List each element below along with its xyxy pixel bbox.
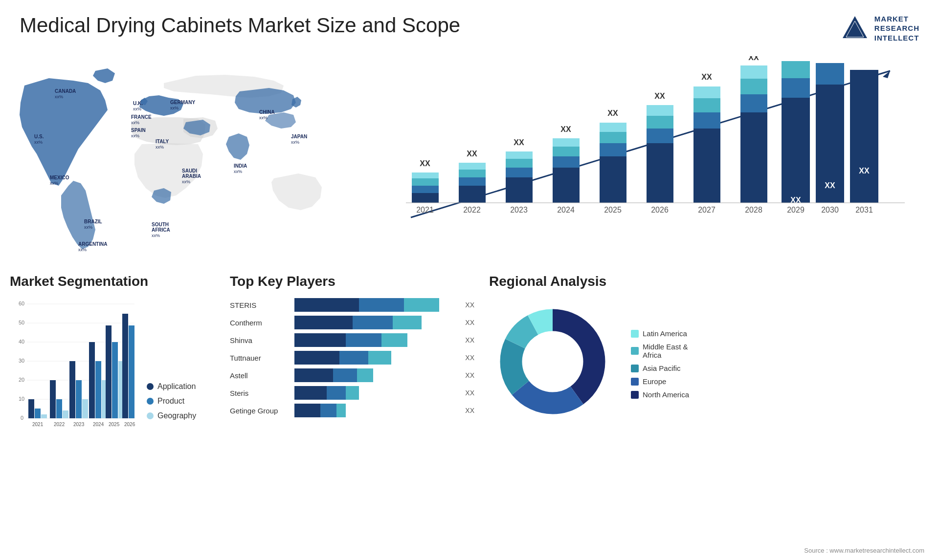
svg-text:60: 60 xyxy=(19,301,24,306)
svg-rect-121 xyxy=(95,361,101,418)
player-bar xyxy=(294,351,455,365)
svg-text:XX: XX xyxy=(467,150,477,158)
svg-rect-77 xyxy=(782,78,810,98)
svg-text:xx%: xx% xyxy=(34,140,43,145)
svg-text:XX: XX xyxy=(825,181,835,190)
legend-color-latin xyxy=(631,330,639,338)
svg-rect-127 xyxy=(129,325,134,418)
player-bar xyxy=(294,368,455,382)
regional-legend: Latin America Middle East &Africa Asia P… xyxy=(631,329,689,399)
svg-text:2022: 2022 xyxy=(54,422,65,427)
player-name: Astell xyxy=(230,371,289,380)
svg-rect-67 xyxy=(693,112,720,129)
svg-text:2026: 2026 xyxy=(124,422,135,427)
svg-rect-42 xyxy=(459,177,486,186)
legend-color-na xyxy=(631,391,639,399)
svg-rect-117 xyxy=(69,361,75,418)
page-title: Medical Drying Cabinets Market Size and … xyxy=(20,14,460,37)
svg-text:ARGENTINA: ARGENTINA xyxy=(78,241,107,247)
svg-text:2031: 2031 xyxy=(855,206,873,214)
svg-rect-57 xyxy=(600,143,626,156)
player-bar-seg2 xyxy=(353,316,393,329)
svg-rect-59 xyxy=(600,123,626,132)
player-bar xyxy=(294,298,455,312)
svg-text:BRAZIL: BRAZIL xyxy=(84,219,102,224)
svg-rect-54 xyxy=(553,138,580,147)
svg-text:XX: XX xyxy=(859,167,870,175)
svg-text:xx%: xx% xyxy=(131,120,139,125)
svg-rect-123 xyxy=(106,325,112,418)
svg-rect-126 xyxy=(122,314,128,418)
legend-middle-east: Middle East &Africa xyxy=(631,343,689,359)
svg-text:xx%: xx% xyxy=(259,115,268,120)
svg-rect-49 xyxy=(506,151,533,159)
svg-rect-71 xyxy=(740,112,767,203)
svg-rect-69 xyxy=(693,86,720,98)
market-segmentation: Market Segmentation 60 50 40 30 20 10 0 xyxy=(10,274,215,550)
svg-rect-48 xyxy=(506,159,533,168)
svg-rect-124 xyxy=(112,342,118,418)
world-map-section: CANADA xx% U.S. xx% MEXICO xx% BRAZIL xx… xyxy=(10,56,342,261)
svg-text:2029: 2029 xyxy=(787,206,805,214)
svg-rect-80 xyxy=(816,63,844,85)
svg-text:FRANCE: FRANCE xyxy=(131,114,152,120)
svg-rect-36 xyxy=(412,193,439,203)
svg-rect-111 xyxy=(28,399,34,418)
segmentation-legend: Application Product Geography xyxy=(147,382,196,435)
bar-chart-svg: XX XX XX XX XX XX XX xyxy=(352,56,929,247)
svg-rect-118 xyxy=(76,380,82,418)
svg-rect-62 xyxy=(647,129,673,143)
svg-text:2022: 2022 xyxy=(463,206,481,214)
segmentation-title: Market Segmentation xyxy=(10,274,215,289)
svg-rect-120 xyxy=(89,342,95,418)
player-bar-seg2 xyxy=(359,298,404,312)
players-list: STERIS XX Contherm XX Shinva xyxy=(230,298,474,417)
player-row-tuttnauer: Tuttnauer XX xyxy=(230,351,474,365)
svg-text:2021: 2021 xyxy=(416,206,434,214)
svg-text:xx%: xx% xyxy=(84,225,92,230)
player-row-shinva: Shinva XX xyxy=(230,333,474,347)
svg-text:2027: 2027 xyxy=(698,206,715,214)
logo-text: MARKET RESEARCH INTELLECT xyxy=(874,14,919,43)
svg-rect-68 xyxy=(693,98,720,112)
legend-asia-pacific: Asia Pacific xyxy=(631,364,689,372)
svg-text:50: 50 xyxy=(19,320,24,325)
source-text: Source : www.marketresearchintellect.com xyxy=(804,547,924,554)
svg-text:2030: 2030 xyxy=(821,206,839,214)
player-name: Shinva xyxy=(230,336,289,345)
svg-text:SPAIN: SPAIN xyxy=(131,128,146,133)
svg-rect-63 xyxy=(647,116,673,129)
svg-point-139 xyxy=(524,333,581,390)
svg-text:xx%: xx% xyxy=(182,179,190,184)
regional-title: Regional Analysis xyxy=(489,274,929,289)
svg-rect-41 xyxy=(459,186,486,203)
svg-text:2025: 2025 xyxy=(604,206,622,214)
svg-text:U.K.: U.K. xyxy=(133,101,143,106)
regional-analysis-section: Regional Analysis xyxy=(489,274,929,550)
svg-text:MEXICO: MEXICO xyxy=(50,175,69,180)
legend-application: Application xyxy=(147,382,196,391)
svg-text:CANADA: CANADA xyxy=(55,88,76,94)
legend-color-mea xyxy=(631,347,639,355)
svg-text:xx%: xx% xyxy=(234,169,242,174)
svg-rect-115 xyxy=(56,399,62,418)
svg-text:xx%: xx% xyxy=(50,181,58,186)
svg-text:10: 10 xyxy=(19,396,24,402)
legend-north-america: North America xyxy=(631,390,689,399)
player-name: Tuttnauer xyxy=(230,354,289,362)
svg-text:2026: 2026 xyxy=(651,206,669,214)
player-bar-seg2 xyxy=(339,351,368,365)
svg-rect-73 xyxy=(740,79,767,94)
legend-dot-product xyxy=(147,398,154,405)
svg-rect-116 xyxy=(63,410,68,418)
svg-rect-72 xyxy=(740,94,767,112)
player-bar-seg1 xyxy=(294,333,346,347)
legend-color-apac xyxy=(631,365,639,372)
player-bar-seg1 xyxy=(294,386,327,400)
player-name: STERIS xyxy=(230,301,289,309)
svg-text:2021: 2021 xyxy=(32,422,44,427)
player-row-contherm: Contherm XX xyxy=(230,316,474,329)
legend-latin-america: Latin America xyxy=(631,329,689,338)
player-bar-seg3 xyxy=(368,351,391,365)
legend-color-europe xyxy=(631,378,639,386)
